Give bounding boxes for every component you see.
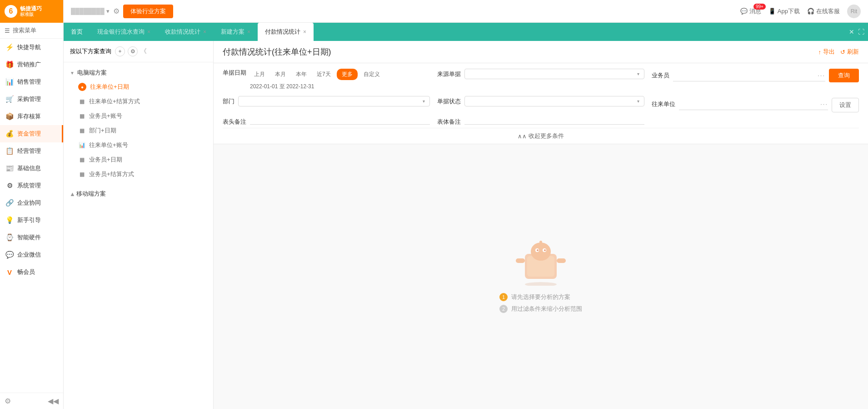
- scheme-item-unit-settle[interactable]: ▦ 往来单位+结算方式: [64, 94, 213, 109]
- scheme-item-dept-date-label: 部门+日期: [89, 126, 116, 135]
- refresh-button[interactable]: ↺ 刷新: [840, 48, 859, 56]
- right-panel: 付款情况统计(往来单位+日期) ↑ 导出 ↺ 刷新 单: [214, 41, 868, 409]
- settings-icon[interactable]: ⚙: [5, 397, 11, 405]
- tab-home[interactable]: 首页: [64, 23, 90, 41]
- app-download-button[interactable]: 📱 App下载: [768, 7, 800, 15]
- sidebar-item-wechat[interactable]: 💬 企业微信: [0, 246, 63, 263]
- query-button[interactable]: 查询: [829, 69, 859, 82]
- hint-text-1: 请先选择要分析的方案: [511, 293, 570, 301]
- source-dropdown-icon: ▾: [637, 71, 639, 76]
- hint-item-2: 2 用过滤条件来缩小分析范围: [499, 305, 582, 313]
- collapse-panel-icon[interactable]: 《: [140, 47, 147, 56]
- tab-payment-stat-close[interactable]: ×: [303, 29, 306, 35]
- sidebar-item-inventory[interactable]: 📦 库存核算: [0, 108, 63, 125]
- hint-text-2: 用过滤条件来缩小分析范围: [511, 305, 582, 313]
- workspace-dropdown[interactable]: ████████ ▾: [71, 8, 110, 15]
- scheme-item-staff-date[interactable]: ▦ 业务员+日期: [64, 152, 213, 167]
- hint-num-1: 1: [499, 293, 508, 301]
- tab-new-scheme-close[interactable]: ×: [247, 29, 250, 35]
- sidebar-item-hardware[interactable]: ⌚ 智能硬件: [0, 229, 63, 246]
- collapse-more-conditions[interactable]: ∧∧ 收起更多条件: [223, 128, 859, 144]
- sidebar-item-basic-info[interactable]: 📰 基础信息: [0, 160, 63, 177]
- tab-close-all-icon[interactable]: ✕: [849, 28, 854, 35]
- sidebar-item-finance[interactable]: 💰 资金管理: [0, 125, 63, 142]
- date-options: 上月 本月 本年 近7天 更多 自定义: [250, 69, 384, 80]
- user-avatar[interactable]: Rit: [847, 5, 861, 18]
- operation-icon: 📋: [5, 147, 14, 155]
- sidebar-nav: ⚡ 快捷导航 🎁 营销推广 📊 销售管理 🛒 采购管理 📦 库存核算 💰 资金管…: [0, 39, 63, 393]
- source-select[interactable]: ▾: [464, 69, 644, 79]
- online-service-button[interactable]: 🎧 在线客服: [807, 7, 840, 15]
- scheme-icon: ▦: [78, 156, 85, 163]
- staff-more-btn[interactable]: ···: [818, 72, 825, 79]
- dept-select[interactable]: ▾: [238, 96, 430, 106]
- sidebar-item-operation[interactable]: 📋 经营管理: [0, 142, 63, 160]
- active-scheme-icon: ●: [78, 83, 86, 91]
- tab-receipt-stat-close[interactable]: ×: [203, 29, 206, 35]
- enterprise-icon: 🔗: [5, 199, 14, 207]
- inventory-label: 库存核算: [17, 112, 41, 121]
- date-custom[interactable]: 自定义: [359, 69, 384, 80]
- purchase-icon: 🛒: [5, 95, 14, 103]
- sidebar: 6 畅捷通巧 标准版 ☰ 搜索菜单 ⚡ 快捷导航 🎁 营销推广 📊 销售管理 🛒…: [0, 0, 64, 409]
- mobile-scheme-group-header[interactable]: ▶ 移动端方案: [64, 187, 213, 201]
- date-range-value: 2022-01-01 至 2022-12-31: [250, 83, 384, 91]
- scheme-item-unit-date-label: 往来单位+日期: [90, 83, 129, 91]
- partner-more-btn[interactable]: ···: [820, 101, 828, 107]
- page-title: 付款情况统计(往来单位+日期): [223, 46, 818, 57]
- sidebar-item-marketing[interactable]: 🎁 营销推广: [0, 56, 63, 73]
- trial-button[interactable]: 体验行业方案: [123, 5, 173, 18]
- sidebar-item-guide[interactable]: 💡 新手引导: [0, 212, 63, 229]
- mobile-section: ▶ 移动端方案: [64, 185, 213, 202]
- date-more[interactable]: 更多: [337, 69, 358, 80]
- scheme-item-dept-date[interactable]: ▦ 部门+日期: [64, 123, 213, 138]
- operation-label: 经营管理: [17, 147, 41, 155]
- edition-label: 标准版: [20, 12, 42, 17]
- pc-scheme-group-header[interactable]: ▼ 电脑端方案: [64, 66, 213, 80]
- basic-info-icon: 📰: [5, 164, 14, 172]
- tab-new-scheme[interactable]: 新建方案 ×: [214, 23, 258, 41]
- sidebar-item-member[interactable]: V 畅会员: [0, 263, 63, 281]
- app-download-icon: 📱: [768, 8, 776, 15]
- sidebar-item-sales[interactable]: 📊 销售管理: [0, 73, 63, 91]
- add-scheme-button[interactable]: +: [115, 46, 125, 56]
- finance-icon: 💰: [5, 130, 14, 138]
- scheme-item-staff-account[interactable]: ▦ 业务员+账号: [64, 109, 213, 123]
- collapse-sidebar-icon[interactable]: ◀◀: [48, 397, 59, 405]
- date-last-month[interactable]: 上月: [250, 69, 269, 80]
- settings-button[interactable]: 设置: [832, 98, 859, 112]
- wechat-label: 企业微信: [17, 251, 41, 259]
- refresh-icon: ↺: [840, 49, 845, 56]
- tab-cash-flow[interactable]: 现金银行流水查询 ×: [90, 23, 158, 41]
- scheme-item-unit-account-label: 往来单位+账号: [89, 141, 128, 149]
- search-menu[interactable]: ☰ 搜索菜单: [0, 23, 63, 39]
- tab-cash-flow-close[interactable]: ×: [147, 29, 150, 35]
- scheme-item-staff-settle[interactable]: ▦ 业务员+结算方式: [64, 167, 213, 182]
- bill-status-select[interactable]: ▾: [464, 96, 644, 106]
- scheme-icon: ▦: [78, 127, 85, 134]
- scheme-item-unit-settle-label: 往来单位+结算方式: [89, 97, 140, 106]
- svg-point-6: [544, 249, 546, 251]
- scheme-icon: 📊: [78, 141, 85, 149]
- tab-receipt-stat[interactable]: 收款情况统计 ×: [158, 23, 214, 41]
- sidebar-item-purchase[interactable]: 🛒 采购管理: [0, 91, 63, 108]
- hardware-label: 智能硬件: [17, 233, 41, 242]
- scheme-item-unit-date[interactable]: ● 往来单位+日期: [64, 80, 213, 94]
- pc-group-arrow: ▼: [70, 71, 75, 76]
- sidebar-item-enterprise[interactable]: 🔗 企业协同: [0, 194, 63, 212]
- export-label: 导出: [823, 48, 835, 56]
- pc-group-label: 电脑端方案: [77, 69, 107, 77]
- mobile-group-label: 移动端方案: [76, 190, 106, 198]
- date-this-month[interactable]: 本月: [271, 69, 290, 80]
- notify-button[interactable]: 💬 消息 99+: [740, 7, 761, 15]
- scheme-settings-button[interactable]: ⚙: [128, 46, 138, 56]
- scheme-item-unit-account[interactable]: 📊 往来单位+账号: [64, 138, 213, 152]
- tab-maximize-icon[interactable]: ⛶: [858, 28, 864, 35]
- sidebar-item-system[interactable]: ⚙ 系统管理: [0, 177, 63, 194]
- tab-payment-stat[interactable]: 付款情况统计 ×: [258, 23, 314, 41]
- date-last-7days[interactable]: 近7天: [313, 69, 335, 80]
- export-button[interactable]: ↑ 导出: [818, 48, 835, 56]
- topbar-settings-icon[interactable]: ⚙: [113, 7, 120, 15]
- sidebar-item-quick-nav[interactable]: ⚡ 快捷导航: [0, 39, 63, 56]
- date-this-year[interactable]: 本年: [292, 69, 311, 80]
